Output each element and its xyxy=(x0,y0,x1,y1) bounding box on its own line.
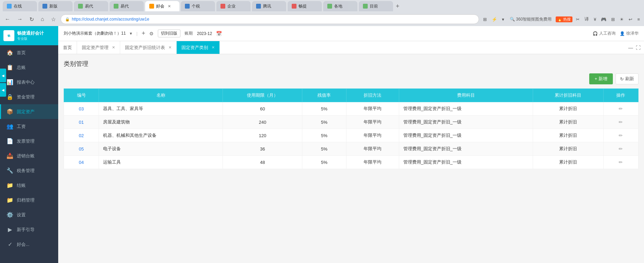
refresh-button[interactable]: ↻ 刷新 xyxy=(616,73,639,84)
new-tab-button[interactable]: + xyxy=(394,3,401,10)
dropdown-icon[interactable]: ▾ xyxy=(501,16,506,23)
sidebar-item-archive[interactable]: 📁 归档管理 xyxy=(0,193,58,207)
invoice-icon: 📄 xyxy=(7,138,13,144)
sidebar-item-invoice[interactable]: 📄 发票管理 xyxy=(0,134,58,148)
browser-tab-gedi[interactable]: 各地 xyxy=(323,1,357,11)
close-asset-mgmt-icon[interactable]: ✕ xyxy=(112,45,115,50)
cell-code[interactable]: 05 xyxy=(64,142,99,156)
grid-icon[interactable]: ⊞ xyxy=(482,16,488,23)
browser-tab-hao[interactable]: 好会 ✕ xyxy=(145,1,179,11)
sidebar-item-report[interactable]: 📊 报表中心 xyxy=(0,75,58,89)
settings-gear-icon[interactable]: ⚙ xyxy=(149,31,154,36)
page-tab-asset-depr[interactable]: 固定资产折旧统计表 ✕ xyxy=(120,41,177,54)
browser-tab-enterprise[interactable]: 企业 xyxy=(216,1,251,11)
browser-tab-easy1[interactable]: 易代 xyxy=(74,1,108,11)
edit-button[interactable]: ✏ xyxy=(619,106,623,111)
tab-close-hao[interactable]: ✕ xyxy=(168,4,171,9)
edit-button[interactable]: ✏ xyxy=(619,159,623,165)
col-header-name: 名称 xyxy=(99,89,223,102)
edit-button[interactable]: ✏ xyxy=(619,146,623,152)
table-row: 04 运输工具 48 5% 年限平均 管理费用_固定资产折旧_一级 累计折旧 ✏ xyxy=(64,156,639,169)
sidebar-label-tax: 税务管理 xyxy=(17,168,35,174)
purchase-icon: 📥 xyxy=(7,153,13,159)
panel-icon-2[interactable]: ◀ xyxy=(0,83,6,97)
undo-icon[interactable]: ↩ xyxy=(627,16,634,23)
browser-tab-changtie[interactable]: 畅提 xyxy=(288,1,322,11)
sidebar-item-purchase[interactable]: 📥 进销台账 xyxy=(0,148,58,163)
calendar-icon[interactable]: 📅 xyxy=(216,31,222,36)
maximize-window-icon[interactable]: ⛶ xyxy=(635,44,641,51)
cell-accumulated: 累计折旧 xyxy=(533,129,603,142)
close-asset-depr-icon[interactable]: ✕ xyxy=(168,45,172,50)
home-button[interactable]: ⌂ xyxy=(39,15,46,23)
close-asset-category-icon[interactable]: ✕ xyxy=(212,45,215,50)
cell-accumulated: 累计折旧 xyxy=(533,156,603,169)
cell-code[interactable]: 04 xyxy=(64,156,99,169)
game-icon[interactable]: 🎮 xyxy=(599,16,608,23)
address-text: https://cloud.chanjet.com/accounting/uw1… xyxy=(72,17,149,22)
cell-accumulated: 累计折旧 xyxy=(533,116,603,129)
bookmark-button[interactable]: ☆ xyxy=(49,15,58,23)
service-button[interactable]: 🎧 人工咨询 xyxy=(593,31,616,36)
search-bar[interactable]: 🔍 360智能抠图免费用 xyxy=(508,16,554,23)
sidebar-item-checkout[interactable]: 📁 结账 xyxy=(0,178,58,193)
cut-icon[interactable]: ✂ xyxy=(574,16,581,23)
browser-tab-mubiao[interactable]: 目前 xyxy=(359,1,393,11)
page-tab-home[interactable]: 首页 xyxy=(58,41,77,54)
browser-tab-online[interactable]: 在线 xyxy=(3,1,37,11)
sidebar-item-more[interactable]: ✓ 好会... xyxy=(0,237,58,252)
user-avatar[interactable]: 👤 徐泽华 xyxy=(620,31,639,36)
cell-action: ✏ xyxy=(603,142,638,156)
browser-tab-bar: 在线 新版 易代 易代 好会 ✕ 个税 企业 腾讯 畅提 各地 目前 + xyxy=(0,0,644,12)
sidebar-item-asset[interactable]: 📦 固定资产 xyxy=(0,104,58,119)
cell-code[interactable]: 02 xyxy=(64,129,99,142)
sidebar-item-salary[interactable]: 👥 工资 xyxy=(0,119,58,134)
cell-code[interactable]: 03 xyxy=(64,102,99,116)
edit-button[interactable]: ✏ xyxy=(619,133,623,138)
sidebar-logo: 畅 畅捷通好会计 专业版 xyxy=(0,26,58,45)
sidebar-item-fund[interactable]: 🔒 资金管理 xyxy=(0,89,58,104)
page-tab-asset-category[interactable]: 固定资产类别 ✕ xyxy=(177,41,220,54)
sidebar-label-asset: 固定资产 xyxy=(17,109,35,115)
minimize-window-icon[interactable]: — xyxy=(628,44,634,51)
lightning-icon[interactable]: ⚡ xyxy=(490,16,498,23)
menu-icon[interactable]: ≡ xyxy=(636,16,641,23)
dropdown-arrow[interactable]: ▾ xyxy=(130,31,132,36)
address-bar[interactable]: 🔒 https://cloud.chanjet.com/accounting/u… xyxy=(61,14,479,24)
cell-period: 36 xyxy=(223,142,302,156)
sidebar-item-tax[interactable]: 🔧 税务管理 xyxy=(0,163,58,178)
apps-icon[interactable]: ⊞ xyxy=(610,16,616,23)
cell-residual: 5% xyxy=(302,102,346,116)
cell-residual: 5% xyxy=(302,129,346,142)
col-header-accumulated: 累计折旧科目 xyxy=(533,89,603,102)
table-body: 03 器具、工具、家具等 60 5% 年限平均 管理费用_固定资产折旧_一级 累… xyxy=(64,102,639,169)
sidebar-item-home[interactable]: 🏠 首页 xyxy=(0,45,58,60)
back-button[interactable]: ← xyxy=(3,15,12,23)
cell-code[interactable]: 01 xyxy=(64,116,99,129)
asset-icon: 📦 xyxy=(7,108,13,115)
cell-name: 机器、机械和其他生产设备 xyxy=(99,129,223,142)
settings-icon[interactable]: ☀ xyxy=(618,16,625,23)
cell-name: 房屋及建筑物 xyxy=(99,116,223,129)
table-row: 03 器具、工具、家具等 60 5% 年限平均 管理费用_固定资产折旧_一级 累… xyxy=(64,102,639,116)
settings-menu-icon: ⚙️ xyxy=(7,212,13,218)
sidebar-item-settings[interactable]: ⚙️ 设置 xyxy=(0,207,58,222)
browser-tab-easy2[interactable]: 易代 xyxy=(110,1,144,11)
add-account-btn[interactable]: + xyxy=(142,30,146,37)
panel-icon-1[interactable]: ◀ xyxy=(0,69,6,82)
separator1: | xyxy=(136,31,137,36)
browser-tab-new[interactable]: 新版 xyxy=(38,1,73,11)
sidebar-item-ledger[interactable]: 📋 总账 xyxy=(0,60,58,75)
sidebar-label-checkout: 结账 xyxy=(17,182,26,189)
edit-button[interactable]: ✏ xyxy=(619,119,623,125)
currency-icon[interactable]: ¥ xyxy=(592,16,597,23)
browser-tab-tax[interactable]: 个税 xyxy=(181,1,215,11)
add-button[interactable]: + 新增 xyxy=(589,73,613,84)
translate-icon[interactable]: 译 xyxy=(583,15,590,23)
switch-version-button[interactable]: 切到旧版 xyxy=(158,29,180,37)
forward-button[interactable]: → xyxy=(15,15,25,23)
sidebar-item-guide[interactable]: ▶ 新手引导 xyxy=(0,222,58,237)
page-tab-asset-mgmt[interactable]: 固定资产管理 ✕ xyxy=(77,41,120,54)
reload-button[interactable]: ↻ xyxy=(27,15,36,23)
browser-tab-tencent[interactable]: 腾讯 xyxy=(252,1,286,11)
